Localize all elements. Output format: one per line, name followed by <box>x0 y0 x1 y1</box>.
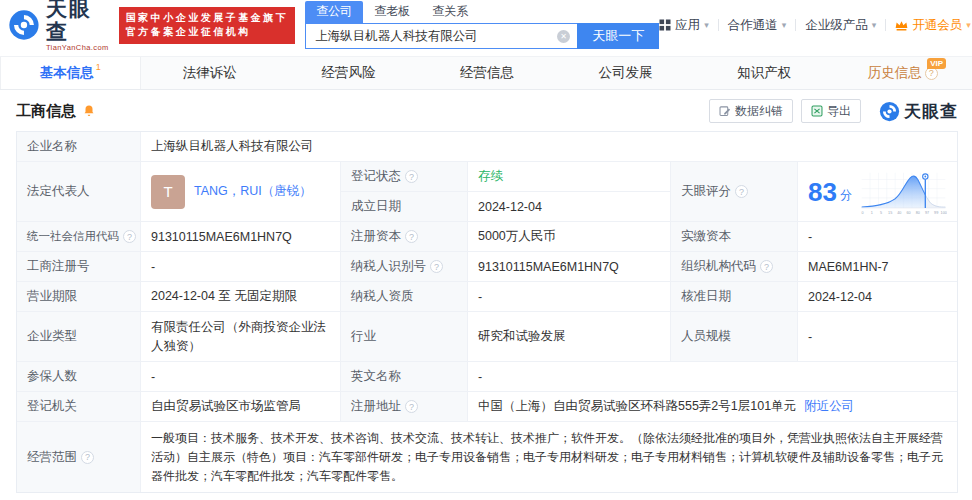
search-button[interactable]: 天眼一下 <box>577 23 659 49</box>
tab-legal-litigation[interactable]: 法律诉讼 <box>141 57 280 89</box>
avatar[interactable]: T <box>151 175 185 209</box>
tab-intellectual-property[interactable]: 知识产权 <box>695 57 834 89</box>
label-text: 参保人数 <box>27 368 77 385</box>
menu-enterprise-products[interactable]: 企业级产品 ▾ <box>805 17 876 34</box>
field-label-reg-capital: 注册资本 ? <box>341 222 468 252</box>
svg-text:15: 15 <box>888 210 892 214</box>
label-text: 行业 <box>351 328 376 345</box>
label-text: 营业期限 <box>27 288 77 305</box>
menu-partner-label: 合作通道 <box>728 17 778 34</box>
label-text: 工商注册号 <box>27 258 90 275</box>
svg-text:5: 5 <box>880 210 882 214</box>
crown-icon <box>895 20 908 31</box>
tab-basic-info[interactable]: 基本信息 1 <box>0 57 141 89</box>
field-label-org-code: 组织机构代码 ? <box>671 252 798 282</box>
help-icon[interactable]: ? <box>405 400 418 413</box>
field-value-company-name: 上海纵目机器人科技有限公司 <box>141 132 957 162</box>
label-text: 纳税人识别号 <box>351 258 426 275</box>
business-scope-value: 一般项目：技术服务、技术开发、技术咨询、技术交流、技术转让、技术推广；软件开发。… <box>151 431 943 483</box>
section-title: 工商信息 <box>16 102 76 121</box>
search-tab-relation[interactable]: 查关系 <box>421 1 479 23</box>
monitor-bell-button[interactable] <box>82 104 96 118</box>
approval-date-value: 2024-12-04 <box>808 290 872 304</box>
field-value-industry: 研究和试验发展 <box>468 312 671 362</box>
industry-value: 研究和试验发展 <box>478 328 566 345</box>
taxpayer-id-value: 91310115MAE6M1HN7Q <box>478 260 619 274</box>
help-icon[interactable]: ? <box>430 260 443 273</box>
help-icon[interactable]: ? <box>405 170 418 183</box>
field-label-staff-size: 人员规模 <box>671 312 798 362</box>
badge-line2: 官方备案企业征信机构 <box>126 25 289 40</box>
taxpayer-quality-value: - <box>478 290 482 304</box>
help-icon[interactable]: ? <box>123 230 136 243</box>
tab-intellectual-property-label: 知识产权 <box>737 64 791 82</box>
menu-partner-channel[interactable]: 合作通道 ▾ <box>728 17 787 34</box>
gov-certification-badge: 国家中小企业发展子基金旗下 官方备案企业征信机构 <box>119 7 296 44</box>
divider <box>885 19 886 31</box>
field-value-org-code: MAE6M1HN-7 <box>798 252 957 282</box>
data-correction-button[interactable]: 数据纠错 <box>709 99 793 123</box>
org-code-value: MAE6M1HN-7 <box>808 260 889 274</box>
label-text: 登记机关 <box>27 398 77 415</box>
tianyancha-logo[interactable]: 天眼查 TianYanCha.com <box>8 0 111 52</box>
field-value-credit-code: 91310115MAE6M1HN7Q <box>141 222 341 252</box>
label-text: 经营范围 <box>27 449 77 466</box>
field-label-approval-date: 核准日期 <box>671 282 798 312</box>
menu-open-vip[interactable]: 开通会员 ▾ <box>895 17 971 34</box>
help-icon[interactable]: ? <box>760 260 773 273</box>
export-button[interactable]: 导出 <box>801 99 861 123</box>
field-label-taxpayer-quality: 纳税人资质 <box>341 282 468 312</box>
legal-rep-link[interactable]: TANG，RUI（唐锐） <box>194 183 312 200</box>
logo-brand: 天眼查 <box>46 0 111 43</box>
header-menu: 应用 ▾ 合作通道 ▾ 企业级产品 ▾ 开通会员 ▾ <box>659 17 972 34</box>
field-value-english-name: - <box>468 362 957 392</box>
field-value-establish-date: 2024-12-04 <box>468 192 671 222</box>
reg-authority-value: 自由贸易试验区市场监管局 <box>151 398 301 415</box>
field-value-staff-size: - <box>798 312 957 362</box>
english-name-value: - <box>478 370 482 384</box>
field-value-insured-count: - <box>141 362 341 392</box>
top-header: 天眼查 TianYanCha.com 国家中小企业发展子基金旗下 官方备案企业征… <box>0 0 972 48</box>
label-text: 登记状态 <box>351 168 401 185</box>
status-badge: 存续 <box>478 168 503 185</box>
field-label-english-name: 英文名称 <box>341 362 468 392</box>
apps-grid-icon <box>659 19 671 31</box>
field-value-reg-address: 中国（上海）自由贸易试验区环科路555弄2号1层101单元 附近公司 <box>468 392 957 422</box>
export-label: 导出 <box>827 103 851 120</box>
label-text: 法定代表人 <box>27 183 90 200</box>
field-value-paid-capital: - <box>798 222 957 252</box>
chevron-down-icon: ▾ <box>872 20 877 30</box>
company-type-value: 有限责任公司（外商投资企业法人独资） <box>151 320 326 353</box>
staff-size-value: - <box>808 330 812 344</box>
tab-history-info[interactable]: VIP 历史信息 ? <box>833 57 972 89</box>
label-text: 实缴资本 <box>681 228 731 245</box>
label-text: 企业名称 <box>27 138 77 155</box>
search-area: 查公司 查老板 查关系 ✕ 天眼一下 <box>305 1 659 49</box>
tab-operation-risk[interactable]: 经营风险 <box>279 57 418 89</box>
field-value-reg-capital: 5000万人民币 <box>468 222 671 252</box>
field-value-business-term: 2024-12-04 至 无固定期限 <box>141 282 341 312</box>
tab-history-info-label: 历史信息 <box>868 64 922 82</box>
search-tab-company[interactable]: 查公司 <box>305 1 363 23</box>
label-text: 人员规模 <box>681 328 731 345</box>
help-icon[interactable]: ? <box>405 230 418 243</box>
nearby-companies-link[interactable]: 附近公司 <box>804 398 854 415</box>
svg-text:100: 100 <box>941 210 947 214</box>
credit-code-value: 91310115MAE6M1HN7Q <box>151 230 292 244</box>
tab-company-development[interactable]: 公司发展 <box>556 57 695 89</box>
tab-business-info[interactable]: 经营信息 <box>418 57 557 89</box>
section-actions: 数据纠错 导出 天眼查 <box>709 99 958 123</box>
data-correction-label: 数据纠错 <box>735 103 783 120</box>
search-tab-boss[interactable]: 查老板 <box>363 1 421 23</box>
company-nav-tabs: 基本信息 1 法律诉讼 经营风险 经营信息 公司发展 知识产权 VIP 历史信息… <box>0 56 972 90</box>
label-text: 核准日期 <box>681 288 731 305</box>
help-icon[interactable]: ? <box>735 185 748 198</box>
help-icon[interactable]: ? <box>81 451 94 464</box>
menu-enterprise-label: 企业级产品 <box>805 17 868 34</box>
svg-text:1: 1 <box>871 210 873 214</box>
field-label-business-term: 营业期限 <box>17 282 141 312</box>
label-text: 组织机构代码 <box>681 258 756 275</box>
search-input[interactable] <box>305 23 577 49</box>
menu-apps[interactable]: 应用 ▾ <box>659 17 709 34</box>
business-registration-table: 企业名称 上海纵目机器人科技有限公司 法定代表人 T TANG，RUI（唐锐） … <box>16 131 958 493</box>
